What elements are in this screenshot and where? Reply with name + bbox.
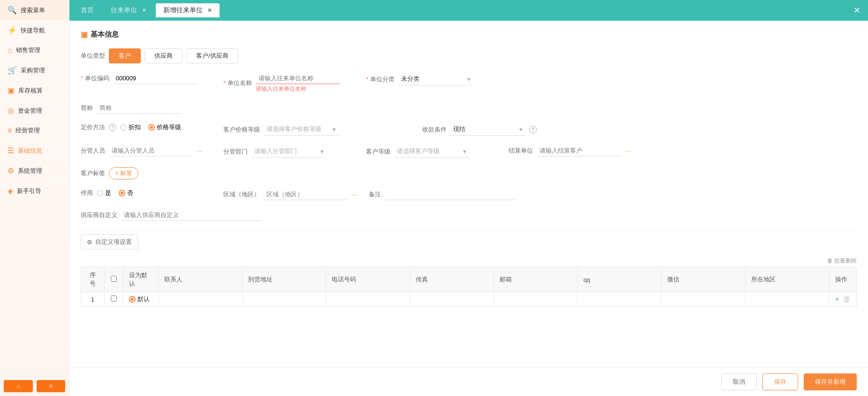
tab-bar: 首页 往来单位 ✕ 新增往来单位 ✕ ✕ <box>69 0 868 21</box>
settlement-unit-label: 结算单位 <box>509 147 533 155</box>
row-checkbox-cell <box>105 292 123 307</box>
tab-new-partner-close[interactable]: ✕ <box>207 7 212 14</box>
manager-field: 分管人员 ··· <box>81 145 212 156</box>
radio-disabled-no[interactable]: 否 <box>119 189 133 197</box>
row-wechat[interactable] <box>662 292 746 307</box>
phone-input[interactable] <box>332 296 404 303</box>
radio-price-level-dot <box>148 124 155 131</box>
type-btn-customer[interactable]: 客户 <box>109 48 141 63</box>
row-default-radio[interactable]: 默认 <box>129 295 152 303</box>
dept-select[interactable]: 请输入分管部门 ▾ <box>251 145 327 158</box>
region-input[interactable] <box>264 189 348 200</box>
batch-delete-button[interactable]: 🗑 批量删除 <box>827 257 857 265</box>
unit-code-input[interactable] <box>113 73 198 84</box>
sidebar-item-operation[interactable]: ≡ 经营管理 <box>0 121 69 140</box>
type-btn-both[interactable]: 客户/供应商 <box>186 48 238 63</box>
row-checkbox[interactable] <box>111 295 117 302</box>
settlement-unit-field: 结算单位 ··· <box>509 145 640 156</box>
table-row: 1 默认 <box>81 292 857 307</box>
row-address[interactable] <box>242 292 326 307</box>
radio-discount-dot <box>120 124 127 131</box>
sidebar-bottom-right[interactable]: ≡ <box>37 380 66 392</box>
region-more-btn[interactable]: ··· <box>352 191 358 198</box>
settlement-more-btn[interactable]: ··· <box>625 147 631 155</box>
sidebar-item-new-guide[interactable]: ◈ 新手引导 <box>0 181 69 201</box>
region-field: 区域（地区） ··· <box>223 189 358 200</box>
fax-input[interactable] <box>416 296 488 303</box>
contact-input[interactable] <box>164 296 236 303</box>
pricing-radio-group: 折扣 价格等级 <box>120 123 181 132</box>
unit-category-field: 单位分类 未分类 ▾ <box>366 73 497 85</box>
delete-row-button[interactable]: 🗑 <box>843 295 851 303</box>
row-fax[interactable] <box>410 292 494 307</box>
sidebar-item-purchase[interactable]: 🛒 采购管理 <box>0 60 69 80</box>
customer-level-label: 客户等级 <box>366 148 390 156</box>
disabled-label: 停用 <box>81 189 93 197</box>
row-actions: + 🗑 <box>835 295 851 303</box>
save-button[interactable]: 保存 <box>762 373 798 390</box>
radio-discount[interactable]: 折扣 <box>120 123 141 132</box>
unit-category-select[interactable]: 未分类 ▾ <box>398 73 473 85</box>
cart-icon: 🛒 <box>8 66 17 75</box>
select-all-checkbox[interactable] <box>111 276 117 282</box>
wechat-input[interactable] <box>667 296 739 303</box>
unit-name-input[interactable] <box>256 73 340 84</box>
chevron-down-icon5: ▾ <box>463 148 466 155</box>
address-input[interactable] <box>248 296 320 303</box>
sidebar-bottom-left[interactable]: ⌂ <box>4 380 33 392</box>
row-qq[interactable] <box>578 292 662 307</box>
region-label: 区域（地区） <box>223 190 260 199</box>
dept-label: 分管部门 <box>223 148 248 156</box>
chevron-down-icon2: ▾ <box>333 126 336 133</box>
customer-level-select[interactable]: 请选择客户等级 ▾ <box>394 145 469 158</box>
chevron-down-icon: ▾ <box>467 76 471 83</box>
qq-input[interactable] <box>583 296 655 303</box>
remarks-input[interactable] <box>385 189 516 200</box>
sidebar-item-basic-info[interactable]: ☰ 基础信息 <box>0 140 69 161</box>
cancel-button[interactable]: 取消 <box>721 373 757 390</box>
manager-row: 分管人员 ··· 分管部门 请输入分管部门 ▾ 客户等级 请选择客户等级 ▾ 结… <box>81 145 857 158</box>
sidebar-item-inventory[interactable]: ▣ 库存核算 <box>0 80 69 101</box>
custom-settings-button[interactable]: ⚙ 自定义项设置 <box>81 234 138 249</box>
disabled-radio-group: 是 否 <box>97 189 133 197</box>
location-input[interactable] <box>751 296 823 303</box>
payment-terms-select[interactable]: 现结 ▾ <box>450 123 525 136</box>
sidebar-item-system[interactable]: ⚙ 系统管理 <box>0 161 69 181</box>
tab-partner[interactable]: 往来单位 ✕ <box>103 3 154 17</box>
unit-name-error: 请输入往来单位名称 <box>256 85 340 93</box>
tab-new-partner[interactable]: 新增往来单位 ✕ <box>156 3 220 17</box>
close-all-tabs[interactable]: ✕ <box>850 3 864 17</box>
email-input[interactable] <box>500 296 572 303</box>
short-name-input[interactable] <box>97 102 181 114</box>
sidebar-item-quick-nav[interactable]: ⚡ 快捷导航 <box>0 20 69 40</box>
short-name-row: 简称 <box>81 102 857 114</box>
add-tag-button[interactable]: + 标签 <box>109 167 138 179</box>
sidebar-item-finance[interactable]: ◎ 资金管理 <box>0 101 69 121</box>
settlement-unit-input[interactable] <box>537 145 621 156</box>
tab-home[interactable]: 首页 <box>73 3 101 17</box>
section-icon: ▣ <box>81 30 88 39</box>
manager-more-btn[interactable]: ··· <box>197 147 203 155</box>
main-area: 首页 往来单位 ✕ 新增往来单位 ✕ ✕ ▣ 基本信息 单位类型 客户 供应商 … <box>69 0 868 396</box>
customer-price-level-select[interactable]: 请选择客户价格等级 ▾ <box>264 123 339 136</box>
supplier-custom-input[interactable] <box>121 210 262 221</box>
pricing-help-icon[interactable]: ? <box>109 124 116 131</box>
row-phone[interactable] <box>326 292 410 307</box>
save-new-button[interactable]: 保存并新增 <box>804 373 857 390</box>
search-icon: 🔍 <box>8 6 17 15</box>
th-wechat: 微信 <box>662 267 746 292</box>
row-location[interactable] <box>745 292 829 307</box>
row-email[interactable] <box>494 292 578 307</box>
row-contact[interactable] <box>158 292 242 307</box>
sidebar-item-search[interactable]: 🔍 搜索菜单 <box>0 0 69 20</box>
radio-price-level[interactable]: 价格等级 <box>148 123 181 132</box>
tab-partner-close[interactable]: ✕ <box>142 7 146 14</box>
radio-disabled-yes[interactable]: 是 <box>97 189 111 197</box>
th-region: 所在地区 <box>745 267 829 292</box>
type-btn-supplier[interactable]: 供应商 <box>145 48 183 63</box>
type-buttons: 客户 供应商 客户/供应商 <box>109 48 238 63</box>
sidebar-item-sales[interactable]: ⌂ 销售管理 <box>0 40 69 60</box>
manager-input[interactable] <box>109 145 193 156</box>
payment-help-icon[interactable]: ? <box>529 126 537 133</box>
add-row-button[interactable]: + <box>835 295 839 303</box>
